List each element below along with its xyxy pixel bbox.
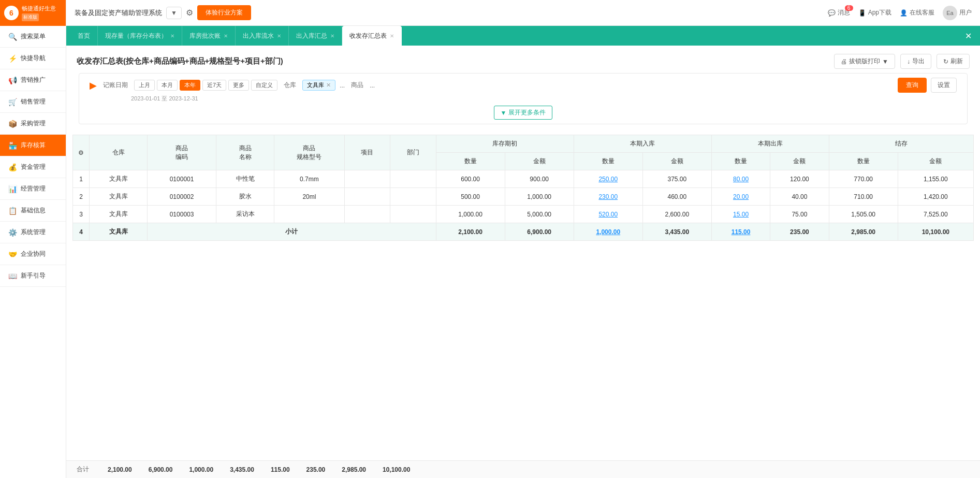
footer-in-qty: 1,000.00: [181, 466, 222, 473]
date-btn-7days[interactable]: 近7天: [202, 80, 226, 91]
cell-department: [390, 188, 436, 206]
cell-in-qty[interactable]: 520.00: [574, 206, 642, 223]
warehouse-tag[interactable]: 文具库 ✕: [302, 80, 335, 91]
print-btn[interactable]: 🖨 拔锁版打印 ▼: [834, 54, 895, 69]
tab-close-icon[interactable]: ✕: [277, 33, 281, 39]
tab-label: 首页: [78, 32, 90, 40]
settings-icon[interactable]: ⚙: [186, 8, 193, 18]
warehouse-tag-close[interactable]: ✕: [326, 82, 331, 89]
message-btn[interactable]: 💬 消息 6: [828, 8, 850, 17]
tab-现存量（库存分布表）[interactable]: 现存量（库存分布表）✕: [98, 26, 182, 46]
cell-opening-amt: 900.00: [505, 170, 574, 188]
cell-in-qty[interactable]: 250.00: [574, 170, 642, 188]
phone-icon: 📱: [858, 9, 866, 17]
query-btn[interactable]: 查询: [898, 78, 927, 93]
export-btn[interactable]: ↓ 导出: [900, 54, 931, 69]
footer-in-amt: 3,435.00: [222, 466, 262, 473]
sidebar-item-system[interactable]: ⚙️系统管理: [0, 222, 66, 243]
subtotal-closing-amt: 10,100.00: [898, 223, 973, 241]
app-download-btn[interactable]: 📱 App下载: [858, 8, 891, 17]
filter-expand-icon[interactable]: ▶: [90, 80, 97, 91]
app-logo: 6 畅捷通好生意 标准版: [0, 0, 66, 26]
tab-close-icon[interactable]: ✕: [390, 33, 394, 39]
subtotal-no: 4: [73, 223, 90, 241]
experience-btn[interactable]: 体验行业方案: [197, 5, 251, 20]
inventory-icon: 🏪: [8, 141, 17, 150]
footer-closing-amt: 10,100.00: [374, 466, 418, 473]
sidebar-item-inventory[interactable]: 🏪库存核算: [0, 135, 66, 156]
user-btn[interactable]: Ea 用户: [943, 6, 972, 20]
system-dropdown[interactable]: ▼: [166, 7, 182, 19]
sidebar-item-business[interactable]: 📊经营管理: [0, 178, 66, 200]
cell-warehouse: 文具库: [90, 188, 148, 206]
sidebar-item-guide[interactable]: 📖新手引导: [0, 265, 66, 287]
warehouse-more[interactable]: ...: [340, 82, 345, 89]
set-btn[interactable]: 设置: [931, 78, 957, 93]
tab-库房批次账[interactable]: 库房批次账✕: [182, 26, 236, 46]
tab-出入库流水[interactable]: 出入库流水✕: [236, 26, 289, 46]
sidebar-item-marketing[interactable]: 📢营销推广: [0, 69, 66, 91]
cell-closing-amt: 1,155.00: [898, 170, 973, 188]
goods-more[interactable]: ...: [370, 82, 375, 89]
sidebar-item-label: 资金管理: [21, 163, 46, 171]
footer-out-qty: 115.00: [262, 466, 298, 473]
date-btn-more[interactable]: 更多: [228, 80, 249, 91]
subtotal-out-qty[interactable]: 115.00: [711, 223, 770, 241]
subtotal-in-qty[interactable]: 1,000.00: [574, 223, 642, 241]
tabs-bar: 首页现存量（库存分布表）✕库房批次账✕出入库流水✕出入库汇总✕收发存汇总表✕✕: [66, 26, 980, 46]
sidebar-item-purchase[interactable]: 📦采购管理: [0, 113, 66, 135]
date-btn-this-year[interactable]: 本年: [180, 80, 200, 91]
tab-收发存汇总表[interactable]: 收发存汇总表✕: [342, 26, 402, 46]
tab-close-icon[interactable]: ✕: [224, 33, 228, 39]
warehouse-tag-text: 文具库: [307, 81, 324, 89]
sidebar-item-sales[interactable]: 🛒销售管理: [0, 91, 66, 113]
th-project: 项目: [344, 135, 390, 170]
refresh-btn[interactable]: ↻ 刷新: [937, 54, 970, 69]
close-all-tabs-icon[interactable]: ✕: [961, 31, 976, 41]
th-closing-qty: 数量: [829, 153, 898, 170]
sidebar-item-finance[interactable]: 💰资金管理: [0, 156, 66, 178]
sidebar-item-search[interactable]: 🔍搜索菜单: [0, 26, 66, 48]
date-btn-last-month[interactable]: 上月: [134, 80, 155, 91]
cell-out-amt: 40.00: [770, 188, 829, 206]
cell-in-amt: 2,600.00: [642, 206, 711, 223]
sidebar-item-label: 销售管理: [21, 97, 46, 106]
th-in-qty: 数量: [574, 153, 642, 170]
th-settings[interactable]: ⚙: [73, 135, 90, 170]
th-warehouse: 仓库: [90, 135, 148, 170]
cell-in-qty[interactable]: 230.00: [574, 188, 642, 206]
sidebar-item-enterprise[interactable]: 🤝企业协同: [0, 243, 66, 265]
online-service-btn[interactable]: 👤 在线客服: [900, 8, 934, 17]
system-icon: ⚙️: [8, 228, 17, 237]
marketing-icon: 📢: [8, 76, 17, 84]
cell-out-qty[interactable]: 15.00: [711, 206, 770, 223]
page-footer: 合计 2,100.00 6,900.00 1,000.00 3,435.00 1…: [66, 460, 980, 478]
sidebar-item-quick[interactable]: ⚡快捷导航: [0, 48, 66, 69]
subtotal-opening-amt: 6,900.00: [505, 223, 574, 241]
tab-首页[interactable]: 首页: [70, 26, 98, 46]
cell-out-amt: 75.00: [770, 206, 829, 223]
guide-icon: 📖: [8, 272, 17, 280]
cell-out-qty[interactable]: 80.00: [711, 170, 770, 188]
table-row: 1 文具库 0100001 中性笔 0.7mm 600.00 900.00 25…: [73, 170, 974, 188]
expand-more-btn[interactable]: ▼ 展开更多条件: [494, 106, 553, 120]
topbar-right: 💬 消息 6 📱 App下载 👤 在线客服 Ea 用户: [828, 6, 972, 20]
cell-out-qty[interactable]: 20.00: [711, 188, 770, 206]
refresh-label: 刷新: [950, 57, 963, 66]
app-download-label: App下载: [868, 8, 891, 17]
finance-icon: 💰: [8, 163, 17, 171]
tab-label: 出入库汇总: [296, 32, 327, 40]
tab-出入库汇总[interactable]: 出入库汇总✕: [289, 26, 342, 46]
date-btn-custom[interactable]: 自定义: [251, 80, 277, 91]
tab-close-icon[interactable]: ✕: [170, 33, 174, 39]
date-btn-this-month[interactable]: 本月: [157, 80, 178, 91]
cell-department: [390, 170, 436, 188]
th-opening-qty: 数量: [436, 153, 505, 170]
tab-close-icon[interactable]: ✕: [330, 33, 334, 39]
sidebar-item-basic[interactable]: 📋基础信息: [0, 200, 66, 222]
th-goods-name: 商品名称: [216, 135, 274, 170]
business-icon: 📊: [8, 185, 17, 193]
print-icon: 🖨: [841, 58, 847, 65]
cell-no: 1: [73, 170, 90, 188]
cell-warehouse: 文具库: [90, 170, 148, 188]
